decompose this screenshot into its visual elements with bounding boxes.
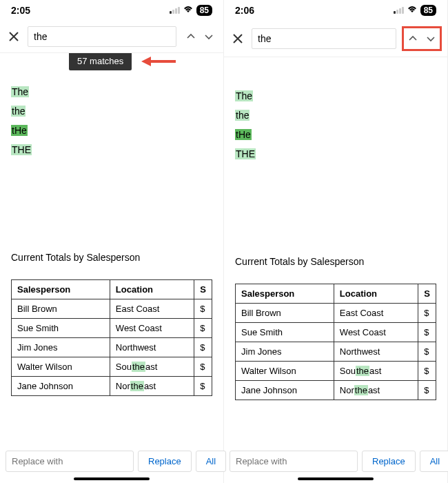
home-indicator xyxy=(298,477,374,480)
replace-input[interactable] xyxy=(6,451,134,472)
highlight: THE xyxy=(235,148,256,159)
table-cell: $ xyxy=(418,304,436,323)
table-cell: Jim Jones xyxy=(12,338,110,357)
table-row: Jane JohnsonNortheast$ xyxy=(12,377,212,396)
search-bar xyxy=(224,21,447,57)
table-cell: Northwest xyxy=(110,338,194,357)
table-cell: Sue Smith xyxy=(12,319,110,338)
highlight: THE xyxy=(11,144,32,155)
status-right: 85 xyxy=(170,5,212,16)
text-line: tHe xyxy=(11,125,212,136)
table-cell: $ xyxy=(418,342,436,362)
table-cell: Southeast xyxy=(334,362,418,381)
table-cell: $ xyxy=(194,299,212,319)
next-button[interactable] xyxy=(422,28,440,49)
table-row: Jim JonesNorthwest$ xyxy=(12,338,212,357)
table-cell: $ xyxy=(418,381,436,400)
table-header: S xyxy=(418,284,436,304)
table-cell: Northeast xyxy=(110,377,194,396)
table-cell: Walter Wilson xyxy=(236,362,334,381)
table-cell: Sue Smith xyxy=(236,323,334,342)
text-line: THE xyxy=(235,148,436,159)
table-cell: West Coast xyxy=(110,319,194,338)
match-count-tooltip: 57 matches xyxy=(69,53,132,70)
prev-button[interactable] xyxy=(404,28,422,49)
wifi-icon xyxy=(407,5,418,16)
nav-buttons xyxy=(182,26,218,47)
close-icon[interactable] xyxy=(6,28,22,45)
table-cell: Bill Brown xyxy=(12,299,110,319)
text-line: The xyxy=(235,90,436,101)
table-header: Location xyxy=(334,284,418,304)
status-bar: 2:0685 xyxy=(224,0,447,21)
text-line: The xyxy=(11,86,212,97)
table-cell: West Coast xyxy=(334,323,418,342)
word-list: ThethetHeTHE xyxy=(11,86,212,155)
document-content: ThethetHeTHECurrent Totals by Salesperso… xyxy=(224,57,447,408)
table-row: Bill BrownEast Coast$ xyxy=(236,304,436,323)
prev-button[interactable] xyxy=(182,26,200,47)
word-list: ThethetHeTHE xyxy=(235,90,436,159)
next-button[interactable] xyxy=(200,26,218,47)
section-title: Current Totals by Salesperson xyxy=(11,252,212,263)
table-row: Walter WilsonSoutheast$ xyxy=(236,362,436,381)
status-bar: 2:0585 xyxy=(0,0,223,21)
signal-icon xyxy=(394,7,404,14)
highlight: tHe xyxy=(11,125,28,136)
replace-bar: ReplaceAll xyxy=(224,451,447,472)
status-time: 2:05 xyxy=(11,5,30,16)
search-bar xyxy=(0,21,223,53)
section-title: Current Totals by Salesperson xyxy=(235,256,436,267)
wifi-icon xyxy=(183,5,194,16)
close-icon[interactable] xyxy=(230,30,246,47)
table-cell: $ xyxy=(418,323,436,342)
data-table: SalespersonLocationSBill BrownEast Coast… xyxy=(11,279,212,396)
table-cell: Northeast xyxy=(334,381,418,400)
table-row: Jane JohnsonNortheast$ xyxy=(236,381,436,400)
table-cell: Jane Johnson xyxy=(236,381,334,400)
table-cell: Jim Jones xyxy=(236,342,334,362)
table-cell: Bill Brown xyxy=(236,304,334,323)
search-input[interactable] xyxy=(28,26,176,47)
table-cell: $ xyxy=(194,357,212,377)
table-header: Location xyxy=(110,280,194,299)
battery-icon: 85 xyxy=(420,5,436,16)
signal-icon xyxy=(170,7,180,14)
all-button[interactable]: All xyxy=(196,451,226,472)
table-header: Salesperson xyxy=(12,280,110,299)
annotation-arrow-icon xyxy=(141,55,176,71)
table-row: Walter WilsonSoutheast$ xyxy=(12,357,212,377)
highlight: The xyxy=(11,86,29,97)
highlight: the xyxy=(11,106,26,117)
table-row: Bill BrownEast Coast$ xyxy=(12,299,212,319)
replace-button[interactable]: Replace xyxy=(362,451,416,472)
text-line: THE xyxy=(11,144,212,155)
highlight: the xyxy=(235,110,250,121)
table-cell: $ xyxy=(194,319,212,338)
search-input[interactable] xyxy=(252,28,396,49)
table-cell: Northwest xyxy=(334,342,418,362)
table-cell: Jane Johnson xyxy=(12,377,110,396)
replace-bar: ReplaceAll xyxy=(0,451,223,472)
table-row: Sue SmithWest Coast$ xyxy=(236,323,436,342)
table-cell: East Coast xyxy=(334,304,418,323)
replace-button[interactable]: Replace xyxy=(138,451,192,472)
table-header: S xyxy=(194,280,212,299)
highlight: tHe xyxy=(235,129,252,140)
text-line: the xyxy=(11,106,212,117)
replace-input[interactable] xyxy=(230,451,358,472)
status-time: 2:06 xyxy=(235,5,254,16)
text-line: tHe xyxy=(235,129,436,140)
table-cell: $ xyxy=(194,338,212,357)
text-line: the xyxy=(235,110,436,121)
table-row: Sue SmithWest Coast$ xyxy=(12,319,212,338)
table-cell: $ xyxy=(194,377,212,396)
table-cell: Walter Wilson xyxy=(12,357,110,377)
table-cell: $ xyxy=(418,362,436,381)
table-header: Salesperson xyxy=(236,284,334,304)
table-cell: East Coast xyxy=(110,299,194,319)
document-content: 57 matchesThethetHeTHECurrent Totals by … xyxy=(0,53,223,404)
all-button[interactable]: All xyxy=(420,451,448,472)
highlight: The xyxy=(235,90,253,101)
battery-icon: 85 xyxy=(196,5,212,16)
